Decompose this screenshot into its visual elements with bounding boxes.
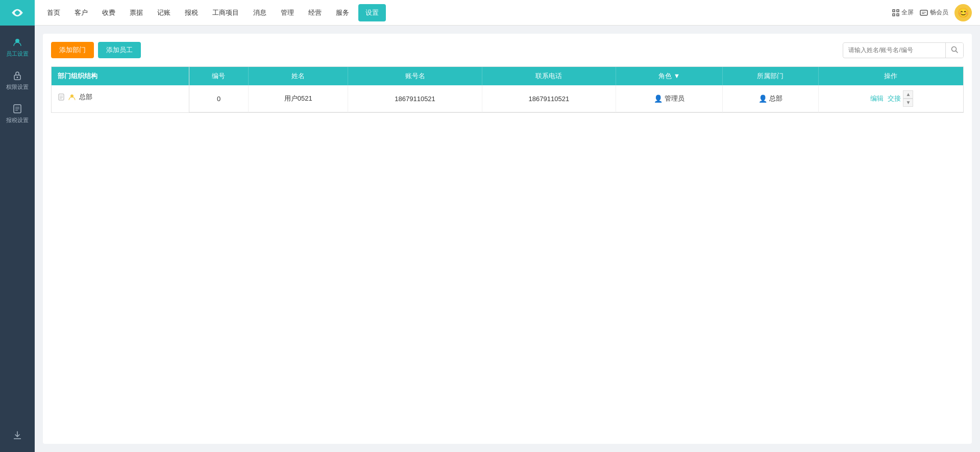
role-value: 管理员 — [665, 94, 684, 103]
dept-tree: 部门组织结构 — [51, 66, 189, 113]
nav-item-消息[interactable]: 消息 — [246, 0, 274, 26]
toolbar: 添加部门 添加员工 — [51, 42, 964, 58]
svg-rect-3 — [897, 14, 899, 16]
sidebar-item-employee[interactable]: 员工设置 — [0, 31, 35, 64]
nav-item-工商项目[interactable]: 工商项目 — [205, 0, 246, 26]
dept-tree-item-root[interactable]: 总部 — [56, 89, 185, 105]
content-card: 添加部门 添加员工 部门组织结构 — [43, 34, 972, 444]
dept-tree-body: 总部 — [52, 85, 189, 109]
col-dept: 所属部门 — [723, 67, 818, 85]
search-icon — [951, 46, 958, 53]
sidebar-item-permissions[interactable]: 权限设置 — [0, 64, 35, 97]
sidebar-item-tax[interactable]: 报税设置 — [0, 97, 35, 130]
nav-item-设置[interactable]: 设置 — [358, 4, 386, 21]
main-menu: 首页客户收费票据记账报税工商项目消息管理经营服务设置 — [35, 0, 892, 26]
body-layout: 部门组织结构 — [51, 66, 964, 113]
lock-icon — [12, 70, 23, 81]
main-content: 添加部门 添加员工 部门组织结构 — [35, 26, 980, 452]
sidebar: 员工设置 权限设置 报税设置 — [0, 26, 35, 452]
dept-value: 总部 — [769, 94, 782, 103]
col-action: 操作 — [818, 67, 963, 85]
svg-rect-17 — [59, 94, 64, 100]
nav-item-票据[interactable]: 票据 — [122, 0, 150, 26]
dept-root-label: 总部 — [79, 92, 92, 102]
col-role: 角色 ▼ — [616, 67, 723, 85]
file-icon — [58, 93, 65, 101]
member-label: 畅会员 — [930, 8, 948, 17]
person-icon — [12, 37, 23, 48]
role-filter-icon[interactable]: ▼ — [674, 72, 680, 80]
cell-phone: 18679110521 — [482, 85, 616, 112]
cell-actions: 编辑交接▲▼ — [819, 85, 963, 112]
top-nav-right: 全屏 畅会员 😊 — [892, 4, 980, 21]
add-dept-button[interactable]: 添加部门 — [51, 42, 94, 58]
sidebar-label-employee: 员工设置 — [6, 50, 29, 58]
col-name: 姓名 — [248, 67, 348, 85]
member-icon — [920, 9, 928, 17]
cell-name: 用户0521 — [248, 85, 348, 112]
nav-item-客户[interactable]: 客户 — [67, 0, 95, 26]
action-编辑[interactable]: 编辑 — [870, 94, 884, 103]
role-user-icon: 👤 — [654, 94, 663, 103]
sidebar-label-tax: 报税设置 — [6, 116, 29, 124]
logo — [0, 0, 35, 26]
cell-id: 0 — [189, 85, 248, 112]
employee-table: 编号 姓名 账号名 联系电话 角色 ▼ 所属部门 操作 — [189, 67, 963, 112]
dept-person-icon — [68, 93, 76, 101]
col-id: 编号 — [189, 67, 248, 85]
fullscreen-button[interactable]: 全屏 — [892, 8, 914, 17]
table-header-row: 编号 姓名 账号名 联系电话 角色 ▼ 所属部门 操作 — [189, 67, 963, 85]
search-input[interactable] — [843, 43, 945, 57]
employee-table-wrap: 编号 姓名 账号名 联系电话 角色 ▼ 所属部门 操作 — [189, 66, 964, 113]
report-icon — [12, 103, 23, 114]
sidebar-label-permissions: 权限设置 — [6, 83, 29, 91]
download-icon — [12, 430, 23, 441]
action-交接[interactable]: 交接 — [888, 94, 901, 103]
nav-item-首页[interactable]: 首页 — [40, 0, 67, 26]
nav-item-收费[interactable]: 收费 — [95, 0, 122, 26]
scroll-down-btn[interactable]: ▼ — [903, 99, 913, 107]
cell-role: 👤管理员 — [616, 85, 723, 112]
svg-rect-2 — [893, 14, 895, 16]
svg-rect-4 — [920, 10, 927, 15]
col-phone: 联系电话 — [482, 67, 616, 85]
add-emp-button[interactable]: 添加员工 — [98, 42, 141, 58]
top-nav: 首页客户收费票据记账报税工商项目消息管理经营服务设置 全屏 畅会员 😊 — [0, 0, 980, 26]
svg-line-16 — [956, 51, 958, 53]
scroll-up-btn[interactable]: ▲ — [903, 90, 913, 99]
nav-item-经营[interactable]: 经营 — [301, 0, 329, 26]
avatar[interactable]: 😊 — [954, 4, 972, 21]
cell-account: 18679110521 — [348, 85, 482, 112]
nav-item-记账[interactable]: 记账 — [150, 0, 178, 26]
search-button[interactable] — [945, 43, 963, 58]
dept-tree-header: 部门组织结构 — [52, 67, 189, 85]
cell-dept: 👤总部 — [723, 85, 818, 112]
svg-rect-0 — [893, 10, 895, 12]
scroll-btns: ▲▼ — [903, 90, 913, 107]
fullscreen-label: 全屏 — [901, 8, 914, 17]
table-row: 0用户05211867911052118679110521👤管理员👤总部编辑交接… — [189, 85, 963, 112]
sidebar-item-download[interactable] — [0, 423, 35, 447]
nav-item-服务[interactable]: 服务 — [329, 0, 356, 26]
member-button[interactable]: 畅会员 — [920, 8, 948, 17]
col-account: 账号名 — [348, 67, 482, 85]
nav-item-管理[interactable]: 管理 — [274, 0, 301, 26]
search-wrap — [843, 42, 964, 58]
dept-user-icon: 👤 — [758, 94, 767, 103]
svg-point-9 — [17, 77, 18, 78]
svg-rect-1 — [897, 10, 899, 12]
fullscreen-icon — [892, 9, 899, 16]
nav-item-报税[interactable]: 报税 — [178, 0, 205, 26]
